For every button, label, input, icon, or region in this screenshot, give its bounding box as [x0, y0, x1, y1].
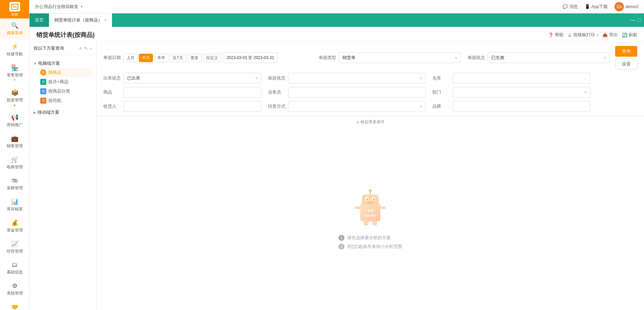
sidebar-item-sales[interactable]: 💼 销售管理 [0, 132, 30, 153]
date-prev-month-btn[interactable]: 上月 [123, 54, 138, 62]
date-custom-btn[interactable]: 自定义 [203, 54, 221, 62]
scheme-group-mobile-header[interactable]: ▶ 移动端方案 [34, 108, 92, 117]
sidebar-sales-label: 销售管理 [7, 143, 23, 149]
tab-active[interactable]: 销货单统计表（按商品） × [49, 13, 112, 27]
scheme-node-goods-label: 按商品 [48, 69, 61, 75]
out-status-control[interactable]: 已出库 ▾ [123, 73, 261, 84]
sidebar-item-inventory[interactable]: 📊 库存核算 [0, 195, 30, 216]
doc-status-label: 单据状态 [468, 55, 488, 61]
scheme-group-mobile: ▶ 移动端方案 [30, 107, 96, 118]
date-range-input[interactable]: 2023-03-01 至 2023-03-31 [223, 52, 278, 63]
date-filter-group: 上月 本月 本年 近7天 更多 自定义 2023-03-01 至 2023-03… [123, 52, 312, 63]
sidebar-item-basic[interactable]: 🗂 基础信息 [0, 258, 30, 279]
scheme-edit-btn[interactable]: ✎ [84, 46, 88, 51]
collect-status-control[interactable]: ▾ [288, 73, 426, 84]
sales-rep-control[interactable]: ··· [288, 87, 426, 98]
dept-control[interactable]: ▾ [452, 87, 590, 98]
goods-control[interactable]: ··· [123, 87, 261, 98]
sidebar-item-ecommerce[interactable]: 🛒 电商管理 [0, 153, 30, 174]
scheme-node-month-goods[interactable]: 月 按月+商品 [38, 77, 92, 87]
brand-control[interactable]: ··· [452, 101, 590, 112]
svg-rect-2 [360, 203, 380, 221]
app-logo: 标账 [0, 0, 30, 18]
tab-minimize-icon[interactable]: — [630, 17, 635, 23]
warehouse-dots: ··· [583, 76, 587, 81]
scheme-group-pc-header[interactable]: ▼ 电脑端方案 [34, 59, 92, 68]
retail-icon: 🏪 [11, 64, 18, 71]
filter-actions: 查询 设置 [615, 46, 637, 69]
help-btn[interactable]: ❓ 帮助 [548, 32, 564, 38]
print-dropdown-icon[interactable]: ▾ [596, 33, 598, 37]
filter-field-dept: 部门 ▾ [432, 87, 590, 98]
tab-maximize-icon[interactable]: □ [638, 17, 641, 23]
doc-type-control[interactable]: 销货单 ▾ [339, 52, 461, 63]
business-icon: 📈 [11, 240, 18, 248]
collapse-bar[interactable]: ∧ 收起更多条件 [97, 116, 644, 127]
collect-status-label: 收款状态 [268, 75, 288, 81]
scheme-node-driver[interactable]: 司 按司机 [38, 96, 92, 105]
topbar-dropdown-icon[interactable]: ▾ [80, 4, 83, 9]
tip-num-1: 1 [338, 235, 344, 241]
sidebar-item-finance[interactable]: 💰 资金管理 [0, 216, 30, 237]
date-btns: 上月 本月 本年 近7天 更多 自定义 [123, 54, 221, 62]
date-this-month-btn[interactable]: 本月 [139, 54, 153, 62]
receiver-control[interactable]: ··· [123, 101, 261, 112]
warehouse-control[interactable]: ··· [452, 73, 590, 84]
tip-text-1: 请先选择要分析的方案 [347, 235, 391, 241]
doc-status-control[interactable]: 已生效 ▾ [488, 52, 610, 63]
print-btn[interactable]: 🖨 按模板打印 ▾ [568, 32, 598, 38]
date-7days-btn[interactable]: 近7天 [170, 54, 186, 62]
doc-status-value: 已生效 [491, 55, 504, 61]
scheme-add-btn[interactable]: + [78, 45, 82, 51]
settle-method-control[interactable]: ▾ [288, 101, 426, 112]
sidebar-item-quicknav[interactable]: ⚡ 快捷导航 [0, 40, 30, 61]
message-btn[interactable]: 💬 消息 [562, 4, 578, 10]
sidebar-item-retail[interactable]: 🏪 零售管理 ▼ [0, 61, 30, 86]
sidebar-finance-label: 资金管理 [7, 227, 23, 233]
sidebar-marketing-label: 营销推广 [7, 122, 23, 128]
collapse-up-icon: ∧ [356, 120, 359, 124]
receiver-dots: ··· [254, 104, 258, 109]
sidebar-item-marketing[interactable]: 📢 营销推广 [0, 110, 30, 132]
avatar: Ea [614, 2, 624, 11]
doc-status-arrow: ▾ [604, 56, 606, 60]
page-content: 销货单统计表(按商品) ❓ 帮助 🖨 按模板打印 ▾ 📤 导出 🔄 刷新 [30, 27, 644, 310]
svg-rect-11 [380, 206, 386, 209]
sidebar-item-purchase[interactable]: 🛍 采购管理 [0, 174, 30, 195]
collect-status-arrow: ▾ [420, 76, 422, 81]
tab-home[interactable]: 首页 [30, 13, 49, 27]
query-btn[interactable]: 查询 [615, 46, 637, 57]
scheme-node-goods[interactable]: 按 按商品 [38, 68, 92, 77]
date-more-btn[interactable]: 更多 [187, 54, 202, 62]
empty-state: 1 请先选择要分析的方案 2 用[过滤]条件来缩小分析范围 [97, 127, 644, 310]
sidebar-inventory-label: 库存核算 [7, 206, 23, 212]
sidebar-wholesale-label: 批发管理 [7, 97, 23, 103]
export-btn[interactable]: 📤 导出 [602, 32, 618, 38]
user-menu[interactable]: Ea demo2 [614, 2, 639, 11]
sidebar-basic-label: 基础信息 [7, 269, 23, 275]
scheme-children-pc: 按 按商品 月 按月+商品 类 按商品分类 [34, 68, 92, 105]
settings-btn[interactable]: 设置 [615, 59, 637, 69]
date-this-year-btn[interactable]: 本年 [154, 54, 168, 62]
active-tab-label: 销货单统计表（按商品） [54, 17, 102, 23]
sidebar-item-business[interactable]: 📈 经营管理 [0, 237, 30, 258]
scheme-collapse-btn[interactable]: « [90, 46, 92, 51]
print-label: 按模板打印 [573, 32, 595, 38]
tab-close-icon[interactable]: × [104, 18, 107, 22]
svg-point-14 [367, 209, 370, 212]
scheme-node-category-label: 按商品分类 [48, 88, 70, 94]
goods-label: 商品 [103, 89, 123, 95]
tip-num-2: 2 [338, 244, 344, 250]
home-label: 首页 [35, 17, 44, 23]
scheme-node-category[interactable]: 类 按商品分类 [38, 87, 92, 96]
sidebar-item-enterprise[interactable]: 🤝 企业协同 [0, 300, 30, 310]
sidebar-item-system[interactable]: ⚙ 系统管理 [0, 279, 30, 300]
finance-icon: 💰 [11, 219, 18, 226]
inventory-icon: 📊 [11, 198, 18, 205]
quicknav-icon: ⚡ [11, 43, 18, 50]
sidebar-item-wholesale[interactable]: 📦 批发管理 ▲ [0, 86, 30, 110]
sidebar-item-search[interactable]: 🔍 搜索菜单 [0, 18, 30, 40]
refresh-btn[interactable]: 🔄 刷新 [622, 32, 637, 38]
svg-rect-10 [355, 206, 360, 209]
app-download-btn[interactable]: 📱 App下载 [585, 4, 608, 10]
